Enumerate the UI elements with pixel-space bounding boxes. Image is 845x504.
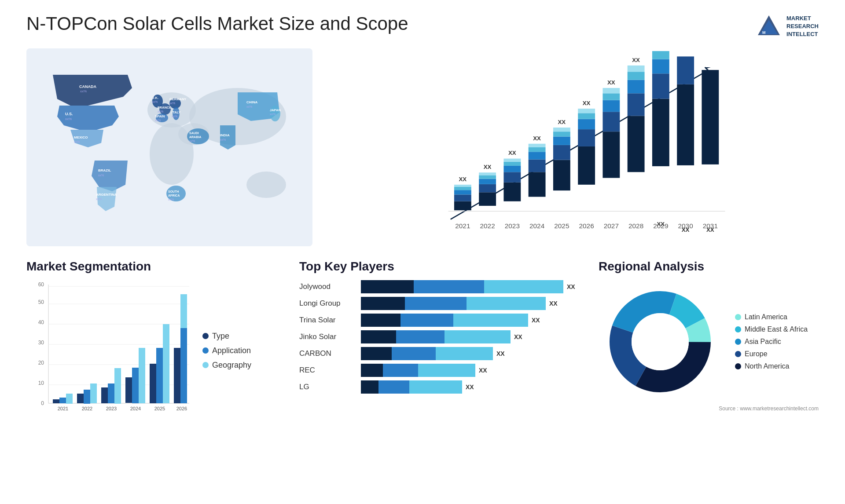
svg-rect-59: [479, 192, 496, 206]
player-bar-xx: XX: [479, 367, 487, 374]
svg-text:ARGENTINA: ARGENTINA: [96, 193, 117, 197]
legend-item-application: Application: [202, 346, 251, 355]
svg-text:xx%: xx%: [65, 117, 72, 121]
logo-text: MARKET RESEARCH INTELLECT: [786, 15, 819, 39]
svg-text:BRAZIL: BRAZIL: [98, 168, 111, 172]
svg-text:xx%: xx%: [246, 105, 252, 108]
player-name: Trina Solar: [299, 316, 356, 325]
svg-text:30: 30: [38, 340, 44, 346]
svg-rect-57: [454, 185, 471, 187]
svg-rect-56: [454, 187, 471, 190]
svg-rect-153: [125, 377, 132, 403]
source-text: Source : www.marketresearchintellect.com: [599, 405, 819, 412]
svg-rect-103: [652, 59, 669, 74]
svg-text:XX: XX: [508, 150, 516, 156]
reg-legend-dot-europe: [735, 351, 741, 357]
svg-text:2024: 2024: [529, 222, 545, 230]
reg-legend-dot-apac: [735, 339, 741, 345]
player-bar: [361, 314, 528, 327]
bar-chart-container: XX XX XX XX: [330, 48, 819, 246]
svg-text:2022: 2022: [82, 406, 92, 411]
page-title: N-TOPCon Solar Cells Market Size and Sco…: [26, 13, 408, 34]
svg-rect-162: [180, 328, 187, 403]
bottom-section: Market Segmentation 0 10 20 30 40 50 60: [26, 259, 819, 431]
svg-text:SOUTH: SOUTH: [168, 190, 179, 193]
svg-rect-63: [479, 172, 496, 175]
top-section: CANADA xx% U.S. xx% MEXICO xx% BRAZIL xx…: [26, 48, 819, 246]
reg-legend-label: Latin America: [745, 313, 787, 321]
svg-rect-62: [479, 175, 496, 179]
player-bar-xx: XX: [496, 350, 505, 357]
svg-rect-107: [677, 84, 694, 165]
legend-dot-geography: [202, 362, 209, 368]
player-row: Longi Group XX: [299, 297, 590, 310]
svg-rect-108: [677, 56, 694, 84]
svg-rect-147: [90, 383, 97, 403]
player-name: Jinko Solar: [299, 332, 356, 341]
svg-text:60: 60: [38, 281, 44, 288]
reg-legend-item: North America: [735, 362, 808, 370]
player-name: LG: [299, 383, 356, 391]
svg-rect-96: [628, 93, 645, 116]
svg-text:20: 20: [38, 360, 44, 366]
svg-rect-154: [132, 368, 139, 403]
seg-legend: Type Application Geography: [202, 332, 251, 370]
svg-text:INDIA: INDIA: [220, 133, 230, 137]
svg-text:AFRICA: AFRICA: [168, 194, 180, 197]
player-name: Jolywood: [299, 282, 356, 291]
svg-rect-74: [529, 147, 546, 152]
reg-legend-label: Asia Pacific: [745, 338, 781, 346]
svg-text:XX: XX: [607, 79, 615, 86]
svg-text:CHINA: CHINA: [246, 100, 258, 104]
player-name: CARBON: [299, 349, 356, 358]
svg-rect-93: [603, 88, 620, 93]
svg-text:xx%: xx%: [80, 89, 87, 93]
svg-rect-141: [53, 399, 59, 403]
svg-rect-90: [603, 112, 620, 131]
svg-text:10: 10: [38, 380, 44, 386]
reg-legend-item: Europe: [735, 350, 808, 358]
svg-text:xx%: xx%: [168, 198, 174, 201]
player-bar: [361, 330, 511, 343]
svg-rect-101: [652, 99, 669, 166]
svg-text:xx%: xx%: [270, 113, 276, 116]
svg-rect-81: [553, 128, 570, 131]
svg-point-170: [632, 313, 689, 370]
regional-title: Regional Analysis: [599, 259, 819, 274]
svg-rect-68: [503, 162, 521, 166]
svg-text:ARABIA: ARABIA: [189, 135, 201, 139]
reg-legend-item: Latin America: [735, 313, 808, 321]
svg-rect-61: [479, 179, 496, 184]
svg-rect-143: [66, 394, 73, 404]
svg-text:ITALY: ITALY: [172, 110, 180, 114]
player-name: REC: [299, 366, 356, 375]
player-bar: [361, 347, 493, 360]
svg-text:SAUDI: SAUDI: [189, 131, 199, 135]
reg-legend-label: Europe: [745, 350, 768, 358]
player-bar-xx: XX: [549, 300, 558, 307]
map-container: CANADA xx% U.S. xx% MEXICO xx% BRAZIL xx…: [26, 48, 312, 246]
svg-rect-85: [578, 119, 595, 130]
svg-rect-155: [139, 348, 145, 403]
svg-rect-66: [503, 172, 521, 183]
legend-item-geography: Geography: [202, 361, 251, 370]
svg-text:xx%: xx%: [172, 115, 177, 118]
svg-text:2031: 2031: [703, 222, 718, 230]
svg-point-7: [246, 172, 286, 198]
reg-legend-item: Asia Pacific: [735, 338, 808, 346]
svg-rect-83: [578, 146, 595, 185]
player-name: Longi Group: [299, 299, 356, 308]
svg-rect-91: [603, 100, 620, 112]
svg-text:xx%: xx%: [189, 139, 195, 142]
svg-text:2023: 2023: [106, 406, 117, 411]
svg-rect-159: [163, 324, 169, 403]
svg-text:xx%: xx%: [98, 174, 104, 177]
reg-legend-label: Middle East & Africa: [745, 325, 808, 333]
svg-text:2021: 2021: [58, 406, 68, 411]
svg-rect-72: [529, 160, 546, 172]
svg-text:2030: 2030: [678, 222, 693, 230]
svg-text:GERMANY: GERMANY: [169, 97, 186, 101]
svg-rect-97: [628, 80, 645, 94]
svg-text:2027: 2027: [604, 222, 619, 230]
header: N-TOPCon Solar Cells Market Size and Sco…: [26, 13, 819, 40]
